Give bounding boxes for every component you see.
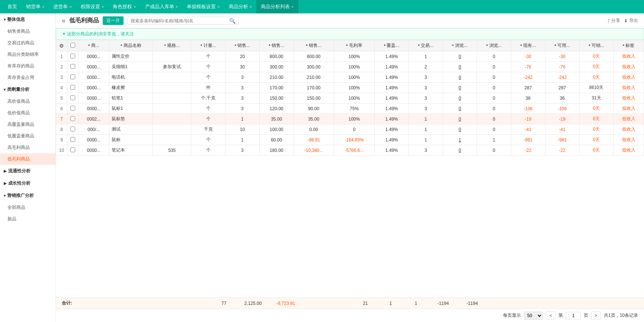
cell-name[interactable]: 铅笔1 (109, 93, 153, 103)
cell-name[interactable]: 鼠标垫 (109, 114, 153, 124)
browse1-link[interactable]: 0 (459, 127, 461, 132)
col-header-tag[interactable]: • 标签 (613, 40, 644, 51)
cell-name[interactable]: 鼠标 (109, 135, 153, 145)
col-header-sales-qty[interactable]: • 销售... (225, 40, 260, 51)
cell-browse1[interactable]: 0 (443, 72, 477, 83)
sidebar-item-high-value[interactable]: 高价值商品 (0, 96, 55, 107)
cell-checkbox[interactable] (67, 114, 79, 124)
page-input[interactable] (566, 312, 581, 319)
browse1-link[interactable]: 0 (459, 117, 461, 122)
nav-close-purchase[interactable]: × (69, 4, 71, 9)
cell-name[interactable]: 属性定价 (109, 51, 153, 62)
col-header-coverage[interactable]: • 覆盖... (375, 40, 409, 51)
col-header-name[interactable]: • 商品名称 (109, 40, 153, 51)
search-input[interactable] (131, 18, 229, 23)
col-header-gross-margin[interactable]: • 毛利率 (334, 40, 375, 51)
sidebar-item-traded-products[interactable]: 交易过的商品 (0, 37, 55, 49)
row-checkbox[interactable] (70, 127, 75, 131)
col-header-current[interactable]: • 现有... (511, 40, 545, 51)
nav-close-sales[interactable]: × (42, 4, 44, 9)
cell-checkbox[interactable] (67, 93, 79, 103)
prev-page-btn[interactable]: ＜ (546, 311, 555, 320)
cell-name[interactable]: 鼠标1 (109, 103, 153, 114)
sidebar-collapse-btn[interactable]: « (62, 17, 65, 25)
browse1-link[interactable]: 0 (459, 96, 461, 101)
sidebar-group-surplus[interactable]: ▾ 类剩量分析 (0, 83, 55, 96)
sidebar-item-low-coverage[interactable]: 低覆盖量商品 (0, 130, 55, 142)
browse1-link[interactable]: 0 (459, 64, 461, 70)
cell-checkbox[interactable] (67, 124, 79, 135)
export-btn[interactable]: ⬇ 导出 (624, 17, 638, 24)
nav-close-analysis-list[interactable]: × (291, 4, 294, 9)
nav-close-template[interactable]: × (217, 4, 220, 9)
nav-item-product-entry[interactable]: 产成品入库单 × (141, 0, 182, 13)
search-icon[interactable]: 🔍 (229, 18, 236, 24)
browse1-link[interactable]: 0 (459, 54, 461, 59)
col-header-browse1[interactable]: • 浏览... (443, 40, 477, 51)
col-header-sales-amount[interactable]: • 销售... (294, 40, 334, 51)
nav-close-roles[interactable]: × (134, 4, 136, 9)
browse1-link[interactable]: 1 (459, 137, 461, 143)
col-header-code[interactable]: • 商... (79, 40, 109, 51)
nav-item-purchase[interactable]: 进货单 × (49, 0, 76, 13)
cell-browse1[interactable]: 0 (443, 124, 477, 135)
cell-browse1[interactable]: 1 (443, 135, 477, 145)
row-checkbox[interactable] (70, 147, 75, 152)
cell-name[interactable]: 橡皮擦 (109, 83, 153, 93)
cell-checkbox[interactable] (67, 51, 79, 62)
cell-browse1[interactable]: 0 (443, 83, 477, 93)
cell-checkbox[interactable] (67, 145, 79, 156)
col-header-spec[interactable]: • 规格... (153, 40, 191, 51)
share-btn[interactable]: ⤴ 分享 (608, 17, 620, 24)
nav-item-home[interactable]: 首页 (3, 0, 22, 13)
cell-checkbox[interactable] (67, 83, 79, 93)
nav-close-product-entry[interactable]: × (176, 4, 178, 9)
cell-checkbox[interactable] (67, 62, 79, 72)
sidebar-group-marketing[interactable]: ▾ 营销推广分析 (0, 189, 55, 202)
sidebar-item-low-value[interactable]: 低价值商品 (0, 107, 55, 119)
row-checkbox[interactable] (70, 95, 75, 100)
col-header-trade[interactable]: • 交易... (409, 40, 443, 51)
cell-checkbox[interactable] (67, 72, 79, 83)
sidebar-item-stock-capital[interactable]: 库存资金占用 (0, 72, 55, 83)
sidebar-item-new-products[interactable]: 新品 (0, 213, 55, 225)
row-checkbox[interactable] (70, 137, 75, 142)
sidebar-group-overview[interactable]: ▾ 整体信息 (0, 13, 55, 26)
sidebar-item-sales-products[interactable]: 销售类商品 (0, 26, 55, 37)
sidebar-item-all-products[interactable]: 全部商品 (0, 202, 55, 213)
row-checkbox[interactable] (70, 64, 75, 69)
browse1-link[interactable]: 0 (459, 75, 461, 80)
nav-close-analysis[interactable]: × (250, 4, 252, 9)
row-checkbox[interactable] (70, 85, 75, 90)
cell-name[interactable]: 测试 (109, 124, 153, 135)
cell-browse1[interactable]: 0 (443, 51, 477, 62)
col-header-sales-price[interactable]: • 销售... (259, 40, 294, 51)
sidebar-item-high-margin[interactable]: 高毛利商品 (0, 142, 55, 153)
nav-item-sales[interactable]: 销货单 × (22, 0, 49, 13)
row-checkbox[interactable] (70, 74, 75, 79)
row-checkbox[interactable] (70, 116, 75, 121)
sidebar-item-high-coverage[interactable]: 高覆盖量商品 (0, 119, 55, 130)
col-header-available[interactable]: • 可用... (545, 40, 579, 51)
cell-browse1[interactable]: 0 (443, 103, 477, 114)
cell-name[interactable]: 笔记本 (109, 145, 153, 156)
cell-checkbox[interactable] (67, 135, 79, 145)
browse1-link[interactable]: 0 (459, 85, 461, 90)
select-all-checkbox[interactable] (70, 43, 75, 48)
sidebar-group-circulation[interactable]: ▶ 流通性分析 (0, 165, 55, 177)
cell-name[interactable]: 吴细细1 (109, 62, 153, 72)
browse1-link[interactable]: 0 (459, 106, 461, 111)
col-header-unit[interactable]: • 计量... (191, 40, 225, 51)
nav-close-permissions[interactable]: × (102, 4, 104, 9)
cell-browse1[interactable]: 0 (443, 114, 477, 124)
date-filter-btn[interactable]: 近一月 (103, 16, 124, 25)
nav-item-analysis[interactable]: 商品分析 × (224, 0, 256, 13)
cell-browse1[interactable]: 0 (443, 145, 477, 156)
browse1-link[interactable]: 0 (459, 148, 461, 153)
row-checkbox[interactable] (70, 106, 75, 111)
nav-item-analysis-list[interactable]: 商品分析列表 × (256, 0, 298, 13)
col-header-browse2[interactable]: • 浏览... (477, 40, 511, 51)
cell-name[interactable]: 电话机 (109, 72, 153, 83)
col-header-saleable[interactable]: • 可销... (579, 40, 613, 51)
sidebar-group-growth[interactable]: ▶ 成长性分析 (0, 177, 55, 189)
